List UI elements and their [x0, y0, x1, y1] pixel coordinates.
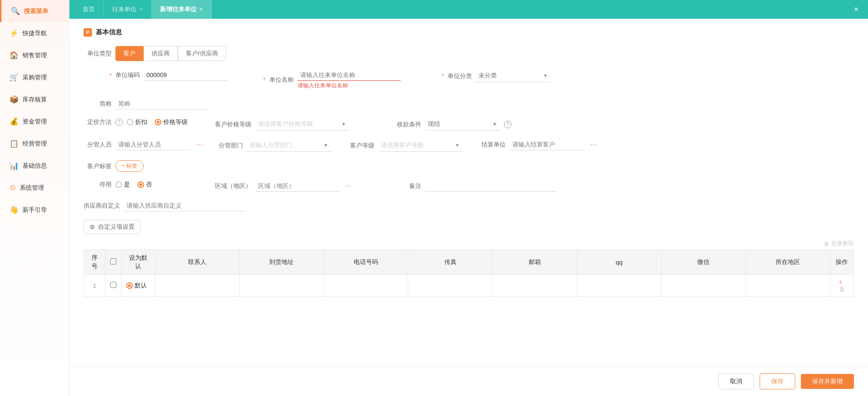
customer-price-select[interactable]: 请选择客户价格等级 ▼	[255, 118, 349, 131]
short-name-input[interactable]	[115, 98, 209, 109]
cell-qq[interactable]	[577, 275, 662, 297]
save-and-new-button[interactable]: 保存并新增	[801, 374, 854, 389]
region-input[interactable]	[255, 180, 340, 192]
payment-terms-field: 收款条件 现结 ▼ ?	[393, 118, 515, 131]
pricing-row: 定价方法 ? 折扣 价格等级 客户价格等级	[84, 118, 854, 131]
pricing-discount-label: 折扣	[135, 118, 147, 126]
add-row-btn[interactable]: +	[839, 279, 843, 286]
pricing-discount-radio[interactable]	[127, 119, 133, 125]
pricing-label: 定价方法	[84, 118, 112, 126]
pricing-level-option[interactable]: 价格等级	[155, 118, 188, 126]
unit-category-select[interactable]: 未分类 ▼	[476, 70, 551, 82]
disabled-yes-radio[interactable]	[115, 181, 122, 188]
section-icon: P	[84, 28, 92, 37]
tab-new-partner-label: 新增往来单位	[160, 5, 197, 14]
department-select[interactable]: 请输入分管部门 ▼	[247, 139, 331, 152]
disabled-yes-option[interactable]: 是	[115, 180, 130, 189]
cancel-button[interactable]: 取消	[718, 373, 754, 389]
customer-price-dropdown-icon: ▼	[341, 121, 346, 127]
row-region-input[interactable]	[751, 282, 825, 289]
unit-type-label: 单位类型	[84, 49, 112, 58]
wechat-input[interactable]	[666, 282, 741, 289]
sidebar-item-inventory[interactable]: 📦 库存核算	[0, 88, 69, 110]
batch-delete-label[interactable]: 批量删除	[831, 240, 854, 248]
sidebar-item-search[interactable]: 🔍 搜索菜单	[0, 0, 69, 22]
basicinfo-icon: 📊	[9, 161, 19, 170]
pricing-discount-option[interactable]: 折扣	[127, 118, 147, 126]
tab-new-partner-close[interactable]: ×	[199, 6, 203, 13]
payment-terms-select[interactable]: 现结 ▼	[425, 118, 500, 131]
unit-btn-supplier[interactable]: 供应商	[144, 46, 178, 61]
address-input[interactable]	[244, 282, 319, 289]
col-seq: 序号	[84, 250, 106, 275]
manager-more-btn[interactable]: ···	[194, 140, 204, 149]
row-checkbox[interactable]	[110, 282, 116, 288]
close-all-tabs-button[interactable]: ×	[849, 5, 863, 15]
unit-name-input[interactable]	[297, 70, 401, 81]
remark-input[interactable]	[425, 180, 556, 192]
save-button[interactable]: 保存	[760, 373, 795, 389]
region-more-btn[interactable]: ···	[343, 182, 353, 190]
sidebar-item-operations[interactable]: 📋 经营管理	[0, 132, 69, 155]
form-content: P 基本信息 单位类型 客户 供应商 客户/供应商 * 单位编码 *	[69, 19, 868, 366]
customer-level-field: 客户等级 请选择客户等级 ▼	[346, 139, 468, 152]
select-all-checkbox[interactable]	[110, 258, 116, 264]
settlement-input[interactable]	[510, 139, 585, 150]
fax-input[interactable]	[413, 282, 487, 289]
default-radio[interactable]	[126, 282, 133, 289]
add-tag-button[interactable]: + 标签	[115, 160, 144, 172]
qq-input[interactable]	[582, 282, 656, 289]
disabled-no-option[interactable]: 否	[137, 180, 152, 189]
category-dropdown-icon: ▼	[543, 73, 548, 78]
cell-phone[interactable]	[324, 275, 408, 297]
unit-btn-both[interactable]: 客户/供应商	[178, 46, 226, 61]
finance-icon: 💰	[9, 117, 19, 126]
contact-input[interactable]	[160, 282, 235, 289]
email-input[interactable]	[497, 282, 572, 289]
pricing-level-radio[interactable]	[155, 119, 161, 125]
sidebar-item-system[interactable]: ⚙ 系统管理	[0, 177, 69, 199]
disabled-field: 停用 是 否	[84, 180, 206, 189]
tab-new-partner[interactable]: 新增往来单位 ×	[152, 0, 212, 19]
sidebar-item-quicknav[interactable]: ⚡ 快捷导航	[0, 22, 69, 44]
unit-name-label: 单位名称	[269, 76, 294, 84]
unit-btn-customer[interactable]: 客户	[115, 46, 144, 61]
tags-label: 客户标签	[84, 162, 112, 171]
custom-settings-button[interactable]: ⚙ 自定义项设置	[84, 220, 141, 234]
tab-partners[interactable]: 往来单位 ×	[104, 0, 152, 19]
sidebar-item-newuser[interactable]: 👋 新手引导	[0, 199, 69, 221]
cell-wechat[interactable]	[662, 275, 746, 297]
sidebar-label-search: 搜索菜单	[24, 7, 48, 16]
cell-email[interactable]	[493, 275, 577, 297]
tab-partners-label: 往来单位	[112, 5, 137, 14]
sidebar-item-basicinfo[interactable]: 📊 基础信息	[0, 155, 69, 177]
sidebar-item-finance[interactable]: 💰 资金管理	[0, 110, 69, 132]
customer-level-label: 客户等级	[346, 141, 374, 150]
sidebar-item-sales[interactable]: 🏠 销售管理	[0, 44, 69, 66]
delete-row-btn[interactable]: 🗑	[839, 286, 845, 293]
default-radio-item[interactable]: 默认	[126, 281, 150, 290]
cell-fax[interactable]	[408, 275, 493, 297]
customer-level-select[interactable]: 请选择客户等级 ▼	[378, 139, 463, 152]
supplier-custom-input[interactable]	[124, 200, 246, 211]
pricing-help-icon[interactable]: ?	[115, 118, 123, 126]
unit-code-input[interactable]	[144, 70, 228, 81]
cell-region[interactable]	[746, 275, 830, 297]
tab-partners-close[interactable]: ×	[139, 6, 143, 13]
tab-home[interactable]: 首页	[74, 0, 104, 19]
col-phone: 电话号码	[324, 250, 408, 275]
cell-address[interactable]	[239, 275, 324, 297]
phone-input[interactable]	[329, 282, 404, 289]
payment-help-icon[interactable]: ?	[504, 121, 511, 128]
sidebar: 🔍 搜索菜单 ⚡ 快捷导航 🏠 销售管理 🛒 采购管理 📦 库存核算 💰 资金管…	[0, 0, 69, 396]
supplier-custom-field: 供应商自定义	[84, 200, 252, 211]
disabled-no-radio[interactable]	[137, 181, 144, 188]
settlement-more-btn[interactable]: ···	[588, 140, 598, 149]
manager-input[interactable]	[115, 139, 190, 150]
cell-contact[interactable]	[155, 275, 239, 297]
customer-price-placeholder: 请选择客户价格等级	[258, 120, 313, 128]
sidebar-item-purchase[interactable]: 🛒 采购管理	[0, 66, 69, 88]
purchase-icon: 🛒	[9, 73, 19, 82]
pricing-level-label: 价格等级	[163, 118, 188, 126]
pricing-level-dot	[157, 121, 160, 124]
